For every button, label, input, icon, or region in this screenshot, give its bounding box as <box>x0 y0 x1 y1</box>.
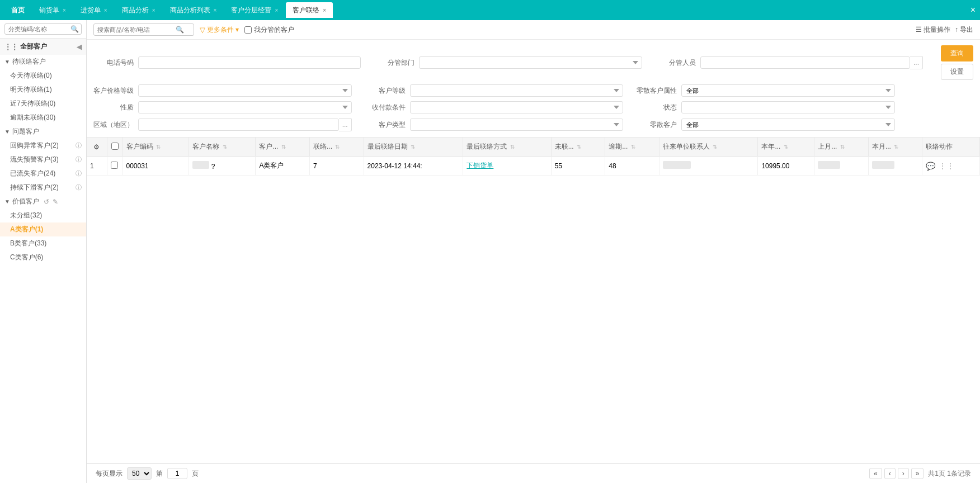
col-overdue-sort[interactable]: ⇅ <box>631 144 635 150</box>
tab-goods-list-close[interactable]: × <box>214 7 217 13</box>
sidebar-all-customers[interactable]: ⋮⋮ 全部客户 ◀ <box>0 39 86 55</box>
last-method-link[interactable]: 下销货单 <box>467 162 493 169</box>
select-all-checkbox[interactable] <box>111 143 119 150</box>
sidebar-item-ungroup[interactable]: 未分组(32) <box>0 209 86 222</box>
sidebar-item-week-pending[interactable]: 近7天待联络(0) <box>0 97 86 111</box>
phone-input[interactable] <box>138 56 361 69</box>
region-dots-button[interactable]: ... <box>339 118 352 131</box>
tab-goods-analysis[interactable]: 商品分析 × <box>115 2 162 18</box>
manager-dots-button[interactable]: ... <box>910 56 923 69</box>
col-uncontacted-sort[interactable]: ⇅ <box>577 144 581 150</box>
col-last-date-sort[interactable]: ⇅ <box>411 144 415 150</box>
page-size-select[interactable]: 50 <box>127 467 152 480</box>
col-actions-label: 联络动作 <box>926 143 953 150</box>
sidebar-item-lost[interactable]: 已流失客户(24) ⓘ <box>0 167 86 181</box>
col-company-contact-sort[interactable]: ⇅ <box>713 144 717 150</box>
sidebar-group-pending[interactable]: ▼ 待联络客户 <box>0 55 86 69</box>
tab-customer-contact[interactable]: 客户联络 × <box>286 2 333 18</box>
col-checkbox[interactable] <box>107 138 123 157</box>
status-select[interactable] <box>681 101 895 113</box>
prev-page-button[interactable]: ‹ <box>884 468 896 479</box>
this-month-blurred <box>872 161 894 169</box>
col-category-sort[interactable]: ⇅ <box>281 144 286 150</box>
tab-purchase[interactable]: 进货单 × <box>74 2 114 18</box>
cell-last-method[interactable]: 下销货单 <box>463 157 551 176</box>
next-page-button[interactable]: › <box>898 468 909 479</box>
sidebar-item-classC[interactable]: C类客户(6) <box>0 250 86 264</box>
sidebar-item-lostwarning[interactable]: 流失预警客户(3) ⓘ <box>0 153 86 167</box>
tab-sales[interactable]: 销货单 × <box>32 2 73 18</box>
my-customers-check[interactable]: 我分管的客户 <box>244 25 294 35</box>
tab-purchase-close[interactable]: × <box>104 7 107 13</box>
all-customers-label: 全部客户 <box>20 42 47 51</box>
sidebar-item-tomorrow-pending[interactable]: 明天待联络(1) <box>0 83 86 97</box>
col-code-sort[interactable]: ⇅ <box>156 144 161 150</box>
sidebar-group-value[interactable]: ▼ 价值客户 ↺ ✎ <box>0 195 86 209</box>
col-contacts-sort[interactable]: ⇅ <box>335 144 340 150</box>
sidebar-item-declining[interactable]: 持续下滑客户(2) ⓘ <box>0 181 86 195</box>
col-settings[interactable]: ⚙ <box>87 138 107 157</box>
first-page-button[interactable]: « <box>869 468 882 479</box>
cell-code: 000031 <box>123 157 189 176</box>
sidebar-item-today-pending[interactable]: 今天待联络(0) <box>0 69 86 83</box>
payment-select[interactable] <box>410 101 624 113</box>
price-level-label: 客户价格等级 <box>93 86 138 96</box>
last-page-button[interactable]: » <box>911 468 924 479</box>
customer-level-select[interactable] <box>410 84 624 97</box>
retail-select[interactable]: 全部 <box>681 119 895 131</box>
filter-nature: 性质 <box>93 101 352 113</box>
settings-col-icon[interactable]: ⚙ <box>93 143 100 151</box>
more-action-icon[interactable]: ⋮⋮ <box>939 162 954 171</box>
cell-checkbox[interactable] <box>107 157 123 176</box>
tab-goods-analysis-close[interactable]: × <box>152 7 156 13</box>
filter-search-input[interactable] <box>97 26 176 33</box>
sidebar-item-abnormal[interactable]: 回购异常客户(2) ⓘ <box>0 139 86 153</box>
col-name-sort[interactable]: ⇅ <box>223 144 227 150</box>
value-edit-icon[interactable]: ✎ <box>53 198 58 206</box>
col-this-year-sort[interactable]: ⇅ <box>784 144 788 150</box>
region-input[interactable] <box>138 119 339 131</box>
customer-level-select-wrap <box>410 84 624 97</box>
dept-select[interactable] <box>419 56 642 69</box>
current-page-input[interactable] <box>167 468 187 479</box>
nature-select[interactable] <box>138 101 352 113</box>
col-last-month-sort[interactable]: ⇅ <box>840 144 845 150</box>
my-customers-checkbox[interactable] <box>244 26 252 34</box>
message-action-icon[interactable]: 💬 <box>926 162 935 171</box>
col-last-method-sort[interactable]: ⇅ <box>510 144 515 150</box>
declining-label: 持续下滑客户(2) <box>10 183 59 192</box>
lostwarning-label: 流失预警客户(3) <box>10 155 59 164</box>
classB-label: B类客户(33) <box>10 239 46 248</box>
tab-home[interactable]: 首页 <box>4 2 31 18</box>
sidebar-item-classA[interactable]: A类客户(1) <box>0 222 86 236</box>
filter-retail-attr: 零散客户属性 全部 <box>637 84 895 97</box>
query-button[interactable]: 查询 <box>941 45 973 61</box>
col-company-contact: 往来单位联系人 ⇅ <box>659 138 758 157</box>
sidebar-item-overdue-pending[interactable]: 逾期未联络(30) <box>0 111 86 125</box>
sidebar-item-classB[interactable]: B类客户(33) <box>0 236 86 250</box>
tab-customer-layer[interactable]: 客户分层经营 × <box>224 2 285 18</box>
close-all-button[interactable]: × <box>970 5 976 15</box>
col-this-month-sort[interactable]: ⇅ <box>894 144 898 150</box>
export-button[interactable]: ↑ 导出 <box>955 25 973 35</box>
customer-type-select[interactable] <box>410 119 624 131</box>
row-checkbox[interactable] <box>111 162 118 169</box>
retail-attr-select[interactable]: 全部 <box>681 84 895 97</box>
filter-customer-type: 客户类型 <box>365 119 624 131</box>
col-name-label: 客户名称 <box>192 143 219 150</box>
sidebar-collapse-button[interactable]: ◀ <box>77 43 82 51</box>
more-filter-button[interactable]: ▽ 更多条件 ▾ <box>200 25 239 35</box>
manager-input[interactable] <box>700 56 910 69</box>
tab-goods-list[interactable]: 商品分析列表 × <box>163 2 224 18</box>
settings-button[interactable]: 设置 <box>941 64 973 80</box>
table-header-row: ⚙ 客户编码 ⇅ 客户名称 ⇅ <box>87 138 980 157</box>
tab-customer-layer-label: 客户分层经营 <box>231 6 271 15</box>
value-refresh-icon[interactable]: ↺ <box>44 198 49 206</box>
batch-op-button[interactable]: ☰ 批量操作 <box>916 25 950 35</box>
price-level-select[interactable] <box>138 84 352 97</box>
tab-purchase-label: 进货单 <box>81 6 101 15</box>
tab-customer-layer-close[interactable]: × <box>275 7 278 13</box>
tab-sales-close[interactable]: × <box>63 7 66 13</box>
sidebar-group-problem[interactable]: ▼ 问题客户 <box>0 125 86 139</box>
tab-customer-contact-close[interactable]: × <box>323 7 326 13</box>
